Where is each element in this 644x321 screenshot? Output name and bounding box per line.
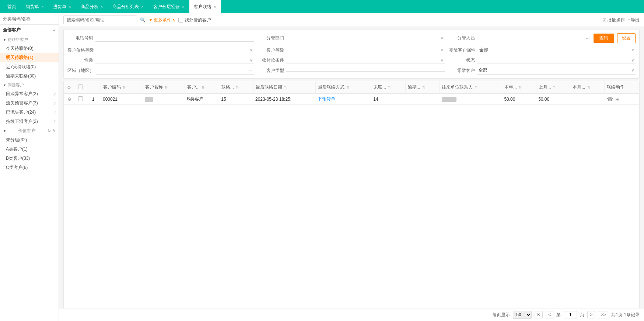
retail-attr-select[interactable]: 全部 ∨: [478, 46, 636, 54]
nav-close-customer-contact[interactable]: ×: [214, 4, 216, 9]
col-this-month-header[interactable]: 本月... ⇅: [570, 81, 605, 94]
payment-select[interactable]: ∨: [286, 58, 445, 63]
nav-close-sales-order[interactable]: ×: [41, 4, 43, 9]
sidebar-item-churn-warning[interactable]: 流失预警客户(3) ?: [0, 99, 59, 108]
area-select[interactable]: ···: [96, 67, 254, 75]
nav-close-customer-tier[interactable]: ×: [182, 4, 184, 9]
nav-customer-contact[interactable]: 客户联络 ×: [189, 0, 220, 13]
col-unit-contact-header[interactable]: 往来单位联系人 ⇅: [440, 81, 502, 94]
sidebar-item-a-class[interactable]: A类客户(1): [0, 145, 59, 154]
sidebar-item-today[interactable]: 今天待联络(0): [0, 44, 59, 53]
row-check[interactable]: [75, 94, 86, 105]
action-icons: ☎ ⊞: [607, 96, 637, 102]
sidebar-item-tomorrow[interactable]: 明天待联络(1): [0, 53, 59, 62]
nav-close-product-analysis[interactable]: ×: [101, 4, 103, 9]
customer-type-label: 客户类型: [258, 68, 284, 74]
group-pending-contact[interactable]: 待联络客户: [0, 35, 59, 44]
select-all-checkbox[interactable]: [78, 84, 83, 89]
customer-level-select[interactable]: ∨: [286, 47, 445, 53]
refresh-value-icon[interactable]: ↻: [48, 128, 51, 133]
nav-home[interactable]: 首页: [3, 0, 21, 13]
search-button[interactable]: 🔍: [140, 17, 146, 23]
price-level-select[interactable]: ∨: [96, 47, 254, 53]
last-method-link[interactable]: 下销货单: [318, 96, 335, 101]
all-customers-header[interactable]: 全部客户 «: [0, 25, 59, 35]
help-icon-1[interactable]: ?: [53, 92, 56, 96]
status-select[interactable]: ∨: [477, 58, 636, 63]
col-action-header: 联络动作: [605, 81, 639, 94]
all-customers-label: 全部客户: [3, 27, 21, 33]
sidebar-item-repurchase-abnormal[interactable]: 回购异常客户(2) ?: [0, 89, 59, 99]
nav-close-purchase-order[interactable]: ×: [69, 4, 71, 9]
col-last-date-header[interactable]: 最后联络日期 ⇅: [253, 81, 315, 94]
search-input[interactable]: [63, 15, 137, 24]
col-overdue-header[interactable]: 逾期... ⇅: [405, 81, 440, 94]
sidebar-item-churned[interactable]: 已流失客户(24) ?: [0, 108, 59, 117]
sidebar-item-ungrouped[interactable]: 未分组(32): [0, 135, 59, 145]
sidebar-item-b-class[interactable]: B类客户(33): [0, 154, 59, 163]
next-page-button[interactable]: >: [587, 311, 595, 318]
col-contact-header[interactable]: 联络... ⇅: [219, 81, 253, 94]
col-name-header[interactable]: 客户名称 ⇅: [143, 81, 185, 94]
filter-bar: 🔍 ▼ 更多条件 ∧ 我分管的客户 ☑ 批量操作 ↑ 导出: [59, 13, 644, 27]
sidebar-collapse-icon[interactable]: «: [53, 28, 56, 33]
row-settings[interactable]: ⚙: [64, 94, 75, 105]
help-icon-2[interactable]: ?: [53, 101, 56, 106]
gender-select[interactable]: ∨: [95, 58, 254, 63]
manager-dots-icon[interactable]: ···: [585, 35, 590, 41]
col-not-contacted-header[interactable]: 未联... ⇅: [371, 81, 405, 94]
sidebar-item-overdue[interactable]: 逾期未联络(30): [0, 72, 59, 81]
sidebar-search-input[interactable]: [3, 16, 58, 21]
nav-customer-tier[interactable]: 客户分层经营 ×: [149, 0, 189, 13]
nav-close-product-analysis-list[interactable]: ×: [141, 4, 143, 9]
sort-overdue-icon: ⇅: [422, 85, 425, 89]
nav-sales-order[interactable]: 销货单 ×: [21, 0, 48, 13]
dept-select[interactable]: ∨: [286, 35, 445, 41]
col-category-header[interactable]: 客户... ⇅: [185, 81, 219, 94]
row-not-contacted: 14: [371, 94, 405, 105]
export-button[interactable]: ↑ 导出: [628, 17, 640, 23]
retail-attr-label: 零散客户属性: [449, 47, 476, 54]
first-page-button[interactable]: K: [535, 311, 543, 318]
page-input[interactable]: [564, 311, 577, 318]
col-last-month-header[interactable]: 上月... ⇅: [536, 81, 570, 94]
area-dots-icon[interactable]: ···: [248, 68, 252, 73]
table-footer: 每页显示 50 100 200 K < 第 页 > >> 共1页 1条记录: [59, 308, 644, 321]
col-code-header[interactable]: 客户编码 ⇅: [101, 81, 143, 94]
nav-product-analysis[interactable]: 商品分析 ×: [76, 0, 107, 13]
manager-select[interactable]: ···: [477, 34, 591, 42]
advanced-filter-panel: 电话号码 分管部门 ∨ 分管人员 ··· 查询 设置: [63, 29, 640, 79]
settings-button[interactable]: 设置: [617, 33, 636, 43]
prev-page-button[interactable]: <: [546, 311, 553, 318]
sort-this-month-icon: ⇅: [587, 85, 590, 89]
edit-value-icon[interactable]: ✎: [52, 128, 56, 133]
col-this-year-header[interactable]: 本年... ⇅: [502, 81, 536, 94]
nav-purchase-order[interactable]: 进货单 ×: [49, 0, 75, 13]
sort-last-month-icon: ⇅: [553, 85, 556, 89]
action-more-icon[interactable]: ⊞: [615, 96, 620, 102]
action-phone-icon[interactable]: ☎: [607, 96, 613, 102]
group-value-customers[interactable]: 价值客户 ↻ ✎: [0, 126, 59, 135]
col-last-method-header[interactable]: 最后联络方式 ⇅: [315, 81, 371, 94]
sidebar-item-c-class[interactable]: C类客户(6): [0, 163, 59, 172]
batch-operation-button[interactable]: ☑ 批量操作: [602, 17, 625, 23]
page-size-select[interactable]: 50 100 200: [513, 311, 532, 319]
group-problem-customers[interactable]: 问题客户: [0, 81, 59, 89]
more-conditions-button[interactable]: ▼ 更多条件 ∧: [148, 17, 175, 23]
my-customers-checkbox-label[interactable]: 我分管的客户: [178, 17, 211, 23]
col-settings-header[interactable]: ⚙: [64, 81, 75, 94]
help-icon-3[interactable]: ?: [53, 110, 56, 115]
sidebar-item-7days[interactable]: 近7天待联络(0): [0, 62, 59, 72]
phone-input[interactable]: [95, 35, 254, 42]
nav-product-analysis-list[interactable]: 商品分析列表 ×: [108, 0, 148, 13]
retail-customer-select[interactable]: 全部 ∨: [477, 66, 636, 75]
sidebar-item-declining[interactable]: 持续下滑客户(2) ?: [0, 117, 59, 126]
query-button[interactable]: 查询: [594, 34, 614, 43]
my-customers-checkbox[interactable]: [178, 18, 183, 23]
help-icon-4[interactable]: ?: [53, 120, 56, 124]
row-last-method[interactable]: 下销货单: [315, 94, 371, 105]
col-check-header[interactable]: [75, 81, 86, 94]
row-checkbox[interactable]: [78, 96, 83, 101]
last-page-button[interactable]: >>: [598, 311, 608, 318]
customer-type-select[interactable]: [286, 70, 445, 72]
